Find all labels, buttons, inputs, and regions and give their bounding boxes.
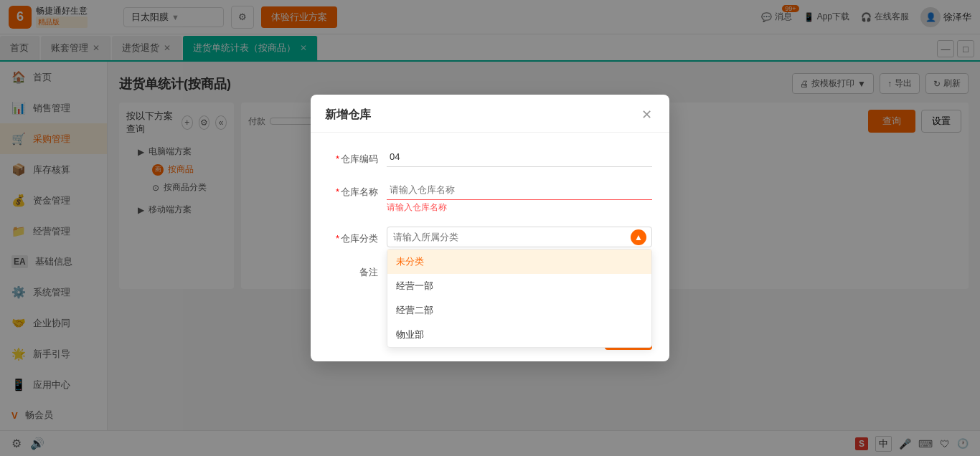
warehouse-category-field: ▲ 未分类 经营一部 经营二部 物业部 bbox=[387, 227, 652, 247]
category-option-0[interactable]: 未分类 bbox=[387, 250, 651, 274]
category-dropdown-toggle[interactable]: ▲ bbox=[631, 229, 646, 245]
modal-title: 新增仓库 bbox=[325, 108, 371, 123]
add-warehouse-modal: 新增仓库 ✕ *仓库编码 *仓库名称 请输入仓库名称 bbox=[311, 95, 669, 361]
warehouse-code-label: *仓库编码 bbox=[328, 147, 378, 166]
modal-overlay[interactable]: 新增仓库 ✕ *仓库编码 *仓库名称 请输入仓库名称 bbox=[0, 0, 980, 456]
warehouse-name-input[interactable] bbox=[387, 180, 652, 200]
warehouse-category-row: *仓库分类 ▲ 未分类 经营一部 经营二部 物业部 bbox=[328, 227, 652, 247]
category-option-1[interactable]: 经营一部 bbox=[387, 274, 651, 298]
modal-body: *仓库编码 *仓库名称 请输入仓库名称 *仓库分类 bbox=[311, 133, 669, 305]
warehouse-code-field bbox=[387, 147, 652, 167]
warehouse-remark-label: 备注 bbox=[328, 260, 378, 279]
warehouse-category-label: *仓库分类 bbox=[328, 227, 378, 245]
modal-close-btn[interactable]: ✕ bbox=[638, 106, 655, 123]
category-dropdown: 未分类 经营一部 经营二部 物业部 bbox=[387, 249, 652, 348]
warehouse-category-input[interactable] bbox=[387, 227, 652, 247]
warehouse-name-error: 请输入仓库名称 bbox=[387, 201, 652, 214]
warehouse-code-input[interactable] bbox=[387, 147, 652, 167]
modal-header: 新增仓库 ✕ bbox=[311, 95, 669, 133]
warehouse-name-field: 请输入仓库名称 bbox=[387, 180, 652, 214]
category-option-3[interactable]: 物业部 bbox=[387, 323, 651, 347]
category-input-wrapper: ▲ 未分类 经营一部 经营二部 物业部 bbox=[387, 227, 652, 247]
warehouse-name-row: *仓库名称 请输入仓库名称 bbox=[328, 180, 652, 214]
warehouse-name-label: *仓库名称 bbox=[328, 180, 378, 199]
warehouse-code-row: *仓库编码 bbox=[328, 147, 652, 167]
category-option-2[interactable]: 经营二部 bbox=[387, 298, 651, 323]
